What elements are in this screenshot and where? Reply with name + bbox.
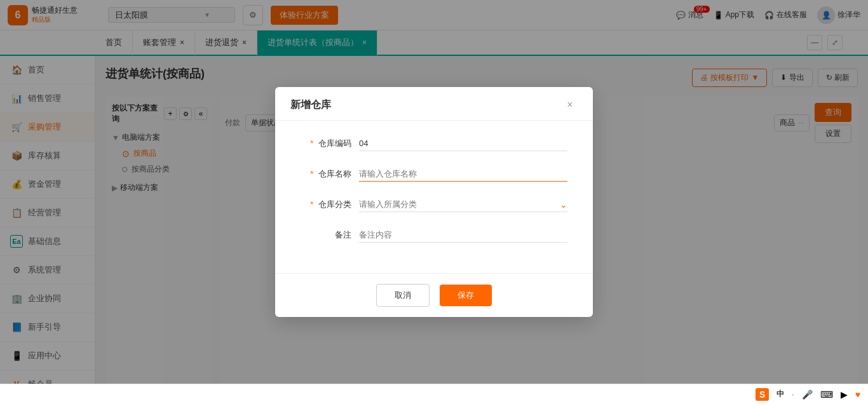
modal-overlay[interactable]: 新增仓库 × 仓库编码 仓库名称 仓库分类	[0, 0, 868, 404]
form-row-remark: 备注	[301, 227, 567, 243]
cancel-button[interactable]: 取消	[376, 284, 430, 307]
form-row-category: 仓库分类 ⌄	[301, 197, 567, 212]
modal-header: 新增仓库 ×	[275, 87, 593, 121]
category-input[interactable]	[359, 197, 560, 212]
save-button[interactable]: 保存	[440, 285, 492, 306]
remark-input[interactable]	[359, 227, 567, 243]
warehouse-category-select[interactable]: ⌄	[359, 197, 567, 212]
s-logo: S	[756, 388, 769, 401]
modal-body: 仓库编码 仓库名称 仓库分类 ⌄	[275, 121, 593, 273]
new-warehouse-modal: 新增仓库 × 仓库编码 仓库名称 仓库分类	[275, 87, 593, 317]
bottom-status-bar: S 中 · 🎤 ⌨ ▶ ♥	[0, 384, 868, 404]
label-warehouse-code: 仓库编码	[301, 138, 351, 149]
mic-icon[interactable]: 🎤	[802, 389, 813, 400]
warehouse-name-input[interactable]	[359, 166, 567, 182]
modal-close-button[interactable]: ×	[562, 97, 578, 112]
form-row-code: 仓库编码	[301, 136, 567, 151]
modal-title: 新增仓库	[290, 98, 331, 112]
label-warehouse-name: 仓库名称	[301, 168, 351, 180]
status-zhong[interactable]: 中	[776, 389, 784, 400]
keyboard-icon[interactable]: ⌨	[820, 389, 833, 400]
label-remark: 备注	[301, 229, 351, 241]
play-icon[interactable]: ▶	[841, 389, 848, 400]
form-row-name: 仓库名称	[301, 166, 567, 182]
label-warehouse-category: 仓库分类	[301, 199, 351, 210]
warehouse-code-input[interactable]	[359, 136, 567, 151]
modal-footer: 取消 保存	[275, 273, 593, 317]
heart-icon[interactable]: ♥	[855, 389, 860, 400]
status-dot: ·	[792, 390, 794, 399]
category-chevron-icon[interactable]: ⌄	[560, 199, 567, 210]
